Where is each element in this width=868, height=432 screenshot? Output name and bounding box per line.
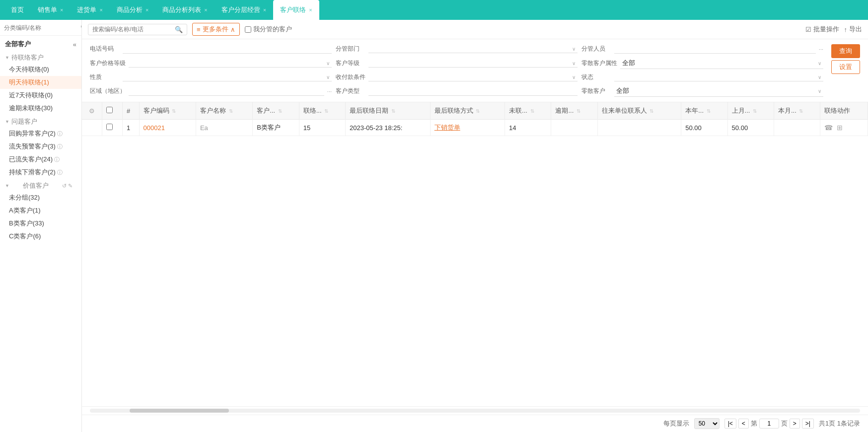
nav-customer-layer-close[interactable]: × <box>263 7 266 13</box>
col-overdue[interactable]: 逾期... ⇅ <box>551 102 597 120</box>
retail-attr-select[interactable]: 全部∨ <box>620 58 823 69</box>
grid-action-icon[interactable]: ⊞ <box>837 124 843 132</box>
filter-row-2: 客户价格等级 ∨ 客户等级 ∨ 零散客户属性 <box>90 58 823 69</box>
cell-checkbox[interactable] <box>102 120 123 136</box>
filter-more-btn[interactable]: ≡ 更多条件 ∧ <box>192 23 240 36</box>
filter-nature: 性质 ∨ <box>90 73 332 81</box>
nav-customer-contact-close[interactable]: × <box>309 7 312 13</box>
sidebar-item-lost[interactable]: 已流失客户(24) ⓘ <box>0 153 81 166</box>
scrollbar-thumb[interactable] <box>130 409 229 413</box>
query-button[interactable]: 查询 <box>831 44 860 58</box>
cell-actions: ☎ ⊞ <box>820 120 868 136</box>
area-input[interactable] <box>129 86 324 96</box>
page-next-btn[interactable]: > <box>790 419 800 429</box>
sidebar-item-abnormal[interactable]: 回购异常客户(2) ⓘ <box>0 127 81 140</box>
page-first-btn[interactable]: |< <box>724 419 736 429</box>
row-checkbox[interactable] <box>106 124 113 130</box>
sort-overdue-icon: ⇅ <box>577 108 580 114</box>
col-last-way[interactable]: 最后联络方式 ⇅ <box>430 102 505 120</box>
col-last-date[interactable]: 最后联络日期 ⇅ <box>346 102 431 120</box>
sidebar-item-aclass[interactable]: A类客户(1) <box>0 204 81 217</box>
customer-type-input[interactable] <box>368 86 578 96</box>
sidebar-item-bclass[interactable]: B类客户(33) <box>0 217 81 230</box>
nav-sales[interactable]: 销售单 × <box>31 0 70 20</box>
phone-input[interactable] <box>123 44 332 54</box>
export-btn[interactable]: ↑ 导出 <box>844 25 863 34</box>
col-this-year[interactable]: 本年... ⇅ <box>681 102 727 120</box>
search-input[interactable] <box>92 26 172 33</box>
select-all-checkbox[interactable] <box>106 107 113 113</box>
per-page-select[interactable]: 50 100 <box>694 418 720 429</box>
sidebar-item-lostwarning[interactable]: 流失预警客户(3) ⓘ <box>0 140 81 153</box>
price-level-select[interactable]: ∨ <box>129 60 332 68</box>
table-row: 1 000021 Ea B类客户 15 <box>82 120 868 136</box>
sidebar-search-area: 🔍 <box>0 20 81 36</box>
pending-contact-group[interactable]: 待联络客户 <box>0 51 81 63</box>
value-customer-icons[interactable]: ↺ ✎ <box>62 183 72 189</box>
col-contact[interactable]: 联络... ⇅ <box>299 102 345 120</box>
sort-notcontact-icon: ⇅ <box>530 108 534 114</box>
collapse-icon[interactable]: « <box>73 41 76 48</box>
problem-customer-group[interactable]: 问题客户 <box>0 115 81 127</box>
my-customer-checkbox[interactable] <box>245 26 251 33</box>
col-this-month[interactable]: 本月... ⇅ <box>774 102 820 120</box>
nav-analysis-list[interactable]: 商品分析列表 × <box>155 0 214 20</box>
cell-name[interactable]: Ea <box>196 120 252 136</box>
page-prev-btn[interactable]: < <box>738 419 749 429</box>
sidebar-item-tomorrow[interactable]: 明天待联络(1) <box>0 76 81 89</box>
retail-select[interactable]: 全部∨ <box>614 85 823 97</box>
phone-action-icon[interactable]: ☎ <box>824 124 833 132</box>
retail-attr-label: 零散客户属性 <box>581 59 617 68</box>
status-select[interactable]: ∨ <box>614 73 823 81</box>
payment-select[interactable]: ∨ <box>368 73 578 81</box>
col-code[interactable]: 客户编码 ⇅ <box>139 102 196 120</box>
help-icon-declining: ⓘ <box>57 169 63 175</box>
nav-analysis[interactable]: 商品分析 × <box>110 0 155 20</box>
sort-type-icon: ⇅ <box>278 108 282 114</box>
col-last-month[interactable]: 上月... ⇅ <box>727 102 774 120</box>
set-button[interactable]: 设置 <box>831 60 860 74</box>
col-settings[interactable]: ⚙ <box>82 102 102 120</box>
sidebar-item-overdue[interactable]: 逾期未联络(30) <box>0 102 81 115</box>
sidebar-item-today[interactable]: 今天待联络(0) <box>0 63 81 76</box>
customer-level-select[interactable]: ∨ <box>368 60 578 68</box>
nav-customer-contact[interactable]: 客户联络 × <box>273 0 319 20</box>
value-customer-group[interactable]: 价值客户 ↺ ✎ <box>0 179 81 191</box>
person-more[interactable]: ··· <box>819 46 823 52</box>
nav-home[interactable]: 首页 <box>4 0 31 20</box>
sidebar-search-input[interactable] <box>4 24 78 31</box>
cell-settings <box>82 120 102 136</box>
page-last-btn[interactable]: >| <box>802 419 814 429</box>
settings-icon[interactable]: ⚙ <box>89 107 95 115</box>
export-label: 导出 <box>849 25 862 34</box>
col-type[interactable]: 客户... ⇅ <box>253 102 299 120</box>
bottom-bar: 每页显示 50 100 |< < 第 页 > >| 共1页 1条记录 <box>82 415 868 432</box>
nav-customer-layer[interactable]: 客户分层经营 × <box>215 0 273 20</box>
nav-analysis-list-close[interactable]: × <box>204 7 207 13</box>
nav-purchase[interactable]: 进货单 × <box>70 0 109 20</box>
search-icon[interactable]: 🔍 <box>175 26 183 33</box>
sidebar-item-ungroup[interactable]: 未分组(32) <box>0 191 81 204</box>
my-customer-check[interactable]: 我分管的客户 <box>245 25 292 34</box>
area-more[interactable]: ··· <box>327 88 332 94</box>
nav-purchase-close[interactable]: × <box>99 7 102 13</box>
dept-select[interactable]: ∨ <box>368 45 578 53</box>
nav-sales-close[interactable]: × <box>60 7 63 13</box>
col-company-contact[interactable]: 往来单位联系人 ⇅ <box>597 102 681 120</box>
sidebar-item-declining[interactable]: 持续下滑客户(2) ⓘ <box>0 166 81 179</box>
cell-last-way[interactable]: 下销货单 <box>430 120 505 136</box>
col-name[interactable]: 客户名称 ⇅ <box>196 102 252 120</box>
all-customers-section[interactable]: 全部客户 « <box>0 36 81 51</box>
col-checkbox[interactable] <box>102 102 123 120</box>
batch-btn[interactable]: ☑ 批量操作 <box>805 25 839 34</box>
cell-code[interactable]: 000021 <box>139 120 196 136</box>
sidebar-item-cclass[interactable]: C类客户(6) <box>0 230 81 243</box>
filter-status: 状态 ∨ <box>581 73 823 81</box>
customer-type-label: 客户类型 <box>336 87 365 95</box>
col-not-contact[interactable]: 未联... ⇅ <box>505 102 551 120</box>
page-input[interactable] <box>759 419 779 429</box>
person-input[interactable] <box>614 44 816 54</box>
nav-analysis-close[interactable]: × <box>145 7 148 13</box>
sidebar-item-7days[interactable]: 近7天待联络(0) <box>0 89 81 102</box>
nature-select[interactable]: ∨ <box>123 73 332 81</box>
